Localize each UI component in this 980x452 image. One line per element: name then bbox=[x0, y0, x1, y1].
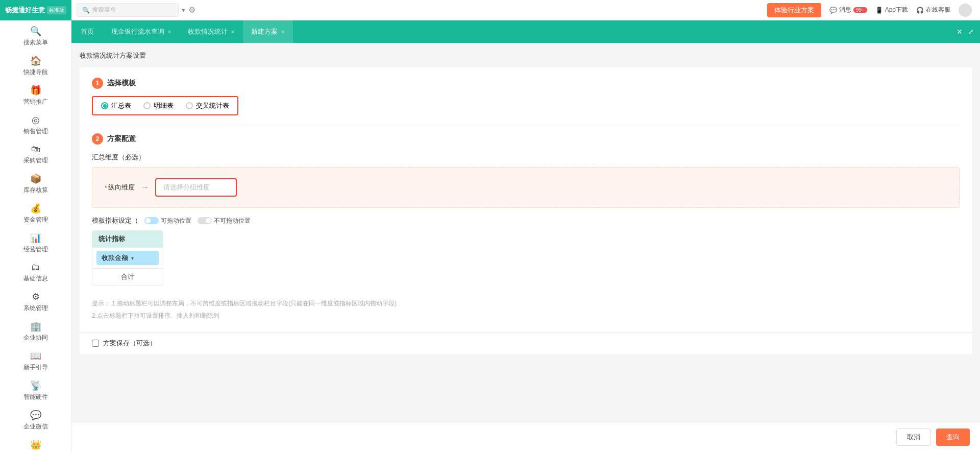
step1-section: 1 选择模板 汇总表 明细表 bbox=[92, 78, 960, 115]
sidebar-item-sales[interactable]: ◎ 销售管理 bbox=[0, 109, 71, 139]
wechat-icon: 💬 bbox=[30, 410, 41, 421]
enterprise-icon: 🏢 bbox=[30, 321, 41, 332]
step2-badge: 2 bbox=[92, 133, 103, 145]
sidebar-item-inventory[interactable]: 📦 库存核算 bbox=[0, 168, 71, 198]
metric-total-row: 合计 bbox=[92, 268, 163, 285]
sidebar-item-enterprise[interactable]: 🏢 企业协同 bbox=[0, 316, 71, 345]
legend-fixed: 不可拖动位置 bbox=[198, 217, 251, 225]
message-icon: 💬 bbox=[829, 7, 837, 14]
sidebar-item-wechat[interactable]: 💬 企业微信 bbox=[0, 405, 71, 434]
tab-bank-flow[interactable]: 现金银行流水查询 ✕ bbox=[103, 20, 180, 43]
chevron-down-icon: ▾ bbox=[131, 255, 134, 261]
sidebar-item-member[interactable]: 👑 畅会员 bbox=[0, 434, 71, 452]
home-icon: 🏠 bbox=[30, 55, 41, 66]
app-name: 畅捷通好生意 bbox=[5, 6, 45, 15]
member-icon: 👑 bbox=[30, 439, 41, 450]
radio-summary[interactable]: 汇总表 bbox=[101, 101, 131, 110]
divider-1 bbox=[92, 126, 960, 126]
sidebar-item-search[interactable]: 🔍 搜索菜单 bbox=[0, 20, 71, 50]
search-icon: 🔍 bbox=[82, 7, 90, 14]
radio-cross[interactable]: 交叉统计表 bbox=[186, 101, 229, 110]
guide-icon: 📖 bbox=[30, 350, 41, 362]
metrics-table: 统计指标 收款金额 ▾ 合计 bbox=[92, 230, 163, 286]
message-action[interactable]: 💬 消息 99+ bbox=[829, 6, 867, 14]
dimension-selector[interactable]: 请选择分组维度 bbox=[155, 178, 237, 197]
tab-expand-icon[interactable]: ⤢ bbox=[968, 28, 974, 36]
tips-section: 提示： 1.拖动标题栏可以调整布局，不可跨维度或指标区域拖动栏目字段(只能在同一… bbox=[92, 297, 960, 322]
sidebar-item-hardware[interactable]: 📡 智能硬件 bbox=[0, 375, 71, 405]
metric-tag-label: 收款金额 bbox=[102, 253, 128, 263]
search-placeholder: 搜索菜单 bbox=[92, 6, 116, 14]
sidebar-item-marketing[interactable]: 🎁 营销推广 bbox=[0, 80, 71, 109]
row-dimension-label: 纵向维度 bbox=[108, 183, 135, 192]
metric-tag-row[interactable]: 收款金额 ▾ bbox=[92, 248, 163, 268]
sidebar-item-basic-info[interactable]: 🗂 基础信息 bbox=[0, 257, 71, 286]
metrics-table-header: 统计指标 bbox=[92, 231, 163, 248]
sales-icon: ◎ bbox=[32, 114, 40, 126]
service-action[interactable]: 🎧 在线客服 bbox=[916, 6, 950, 14]
tab-collection-stat[interactable]: 收款情况统计 ✕ bbox=[180, 20, 243, 43]
step1-badge: 1 bbox=[92, 78, 103, 89]
message-label: 消息 bbox=[839, 6, 851, 14]
user-avatar[interactable] bbox=[959, 4, 972, 17]
cancel-button[interactable]: 取消 bbox=[896, 429, 931, 446]
tip-line-1: 提示： 1.拖动标题栏可以调整布局，不可跨维度或指标区域拖动栏目字段(只能在同一… bbox=[92, 297, 960, 310]
dimension-title: 汇总维度（必选） bbox=[92, 153, 960, 162]
metrics-config: 模板指标设定（ 可拖动位置 不可拖动位置 bbox=[92, 216, 960, 287]
footer-save: 方案保存（可选） bbox=[80, 332, 972, 354]
tab-collection-stat-close[interactable]: ✕ bbox=[231, 29, 235, 35]
step2-section: 2 方案配置 汇总维度（必选） * 纵向维度 → 请选择分组维度 bbox=[92, 133, 960, 322]
tab-close-all-icon[interactable]: ✕ bbox=[957, 28, 963, 36]
legend-draggable: 可拖动位置 bbox=[144, 217, 191, 225]
search-icon: 🔍 bbox=[30, 26, 41, 37]
service-label: 在线客服 bbox=[926, 6, 950, 14]
inventory-icon: 📦 bbox=[30, 173, 41, 184]
save-checkbox[interactable] bbox=[92, 340, 99, 347]
sidebar: 🔍 搜索菜单 🏠 快捷导航 🎁 营销推广 ◎ 销售管理 🛍 采购管理 📦 库存核… bbox=[0, 20, 71, 452]
service-icon: 🎧 bbox=[916, 7, 924, 14]
query-button[interactable]: 查询 bbox=[936, 429, 970, 446]
sidebar-item-purchase[interactable]: 🛍 采购管理 bbox=[0, 139, 71, 168]
gear-icon[interactable]: ⚙ bbox=[188, 5, 195, 15]
app-logo: 畅捷通好生意 标准版 bbox=[0, 0, 71, 20]
download-label: App下载 bbox=[885, 6, 908, 14]
sidebar-item-system[interactable]: ⚙ 系统管理 bbox=[0, 286, 71, 316]
tip-line-2: 2.点击标题栏下拉可设置排序、插入列和删除列 bbox=[92, 310, 960, 322]
search-dropdown-icon[interactable]: ▾ bbox=[182, 6, 185, 14]
app-version: 标准版 bbox=[47, 6, 66, 14]
purchase-icon: 🛍 bbox=[31, 144, 40, 155]
settings-card: 1 选择模板 汇总表 明细表 bbox=[80, 67, 972, 332]
tab-home[interactable]: 首页 bbox=[71, 20, 103, 43]
sidebar-item-quick-nav[interactable]: 🏠 快捷导航 bbox=[0, 50, 71, 80]
search-input-wrap[interactable]: 🔍 搜索菜单 bbox=[77, 3, 179, 17]
tab-bar: 首页 现金银行流水查询 ✕ 收款情况统计 ✕ 新建方案 ✕ ✕ ⤢ bbox=[71, 20, 980, 43]
download-action[interactable]: 📱 App下载 bbox=[875, 6, 908, 14]
metrics-title: 模板指标设定（ bbox=[92, 216, 138, 225]
system-icon: ⚙ bbox=[32, 291, 40, 302]
message-badge: 99+ bbox=[853, 7, 867, 13]
sidebar-item-guide[interactable]: 📖 新手引导 bbox=[0, 345, 71, 375]
dimension-drop-area: * 纵向维度 → 请选择分组维度 bbox=[92, 167, 960, 208]
tab-new-plan[interactable]: 新建方案 ✕ bbox=[243, 20, 293, 43]
required-star: * bbox=[105, 184, 107, 192]
finance-icon: 💰 bbox=[30, 203, 41, 214]
sidebar-item-finance[interactable]: 💰 资金管理 bbox=[0, 198, 71, 227]
page-title: 收款情况统计方案设置 bbox=[80, 51, 972, 60]
step1-title: 选择模板 bbox=[107, 79, 136, 88]
basic-info-icon: 🗂 bbox=[31, 262, 40, 273]
template-options: 汇总表 明细表 交叉统计表 bbox=[92, 96, 238, 115]
arrow-right: → bbox=[141, 183, 149, 192]
hardware-icon: 📡 bbox=[30, 380, 41, 391]
save-label: 方案保存（可选） bbox=[103, 339, 156, 348]
step2-title: 方案配置 bbox=[107, 134, 136, 144]
bottom-action-bar: 取消 查询 bbox=[71, 422, 980, 452]
dimension-config: 汇总维度（必选） * 纵向维度 → 请选择分组维度 bbox=[92, 153, 960, 208]
tab-bank-flow-close[interactable]: ✕ bbox=[167, 29, 172, 35]
download-icon: 📱 bbox=[875, 7, 883, 14]
radio-detail[interactable]: 明细表 bbox=[143, 101, 174, 110]
gift-icon: 🎁 bbox=[30, 85, 41, 96]
sidebar-item-operation[interactable]: 📊 经营管理 bbox=[0, 227, 71, 257]
operation-icon: 📊 bbox=[30, 232, 41, 244]
tab-new-plan-close[interactable]: ✕ bbox=[281, 29, 285, 35]
industry-btn[interactable]: 体验行业方案 bbox=[767, 3, 821, 17]
